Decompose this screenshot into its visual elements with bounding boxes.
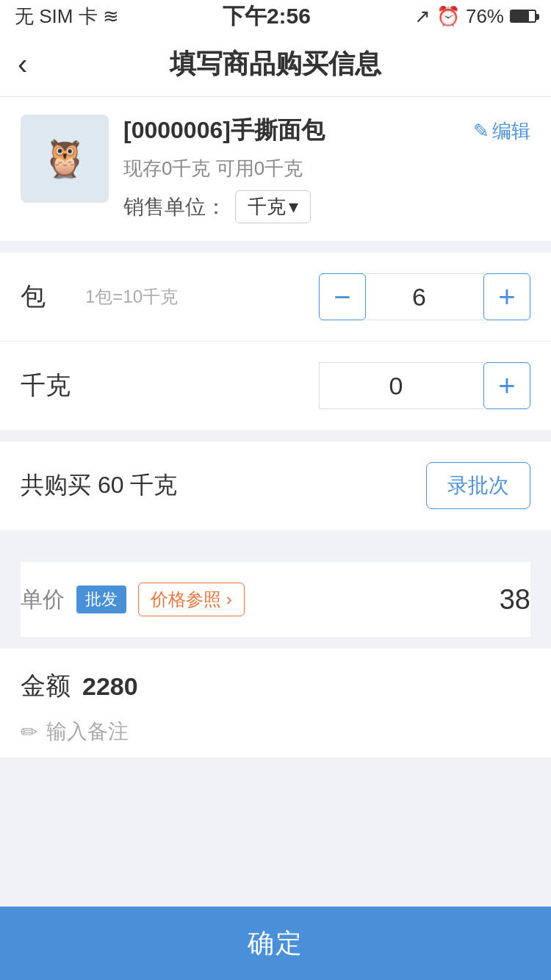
price-ref-button[interactable]: 价格参照 › xyxy=(138,583,245,616)
status-bar: 无 SIM 卡 ≋ 下午2:56 ↗ ⏰ 76% xyxy=(0,0,551,32)
amount-row: 金额 2280 xyxy=(21,669,530,703)
product-name-row: [0000006]手撕面包 ✎ 编辑 xyxy=(123,115,530,147)
back-button[interactable]: ‹ xyxy=(18,48,27,81)
remark-icon: ✏ xyxy=(21,720,37,744)
status-left: 无 SIM 卡 ≋ xyxy=(15,4,119,29)
total-label: 共购买 60 千克 xyxy=(21,469,177,502)
kilogram-controls: + xyxy=(319,362,530,409)
location-icon: ↗ xyxy=(414,5,431,28)
price-value: 38 xyxy=(500,584,530,616)
unit-dropdown-icon: ▾ xyxy=(289,195,298,218)
price-tag: 批发 xyxy=(76,586,126,613)
quantity-section: 包 1包=10千克 − + 千克 + xyxy=(0,253,551,430)
edit-button[interactable]: ✎ 编辑 xyxy=(473,118,530,144)
product-name: [0000006]手撕面包 xyxy=(123,115,325,147)
record-batch-button[interactable]: 录批次 xyxy=(426,462,530,509)
kilogram-plus-button[interactable]: + xyxy=(483,362,530,409)
sim-wifi-label: 无 SIM 卡 ≋ xyxy=(15,4,119,29)
status-right: ↗ ⏰ 76% xyxy=(414,5,536,28)
remark-row[interactable]: ✏ 输入备注 xyxy=(21,718,530,746)
status-time: 下午2:56 xyxy=(223,1,311,32)
nav-bar: ‹ 填写商品购买信息 xyxy=(0,32,551,97)
package-sublabel: 1包=10千克 xyxy=(85,285,178,309)
kilogram-input[interactable] xyxy=(319,362,483,409)
price-section: 单价 批发 价格参照 › 38 xyxy=(0,541,551,649)
product-card: 🦉 [0000006]手撕面包 ✎ 编辑 现存0千克 可用0千克 销售单位： 千… xyxy=(0,97,551,241)
battery-label: 76% xyxy=(466,5,504,28)
price-row: 单价 批发 价格参照 › 38 xyxy=(21,562,530,637)
package-label: 包 xyxy=(21,280,79,314)
alarm-icon: ⏰ xyxy=(436,5,460,28)
edit-icon: ✎ xyxy=(473,120,489,143)
remark-text: 输入备注 xyxy=(46,718,129,746)
amount-section: 金额 2280 ✏ 输入备注 xyxy=(0,649,551,757)
kilogram-label: 千克 xyxy=(21,369,79,403)
package-minus-button[interactable]: − xyxy=(319,273,366,320)
package-row: 包 1包=10千克 − + xyxy=(0,253,551,342)
battery-icon xyxy=(510,10,536,23)
unit-label: 销售单位： xyxy=(123,193,226,221)
total-row: 共购买 60 千克 录批次 xyxy=(0,442,551,530)
unit-select[interactable]: 千克 ▾ xyxy=(235,190,311,223)
edit-label: 编辑 xyxy=(492,118,530,144)
package-input[interactable] xyxy=(366,273,483,320)
amount-value: 2280 xyxy=(82,672,138,701)
unit-value: 千克 xyxy=(248,194,286,220)
confirm-button[interactable]: 确定 xyxy=(0,907,551,980)
price-label: 单价 xyxy=(21,585,65,615)
product-thumb-icon: 🦉 xyxy=(42,137,87,180)
product-thumbnail: 🦉 xyxy=(21,115,109,203)
page-title: 填写商品购买信息 xyxy=(170,46,381,82)
amount-label: 金额 xyxy=(21,669,71,703)
package-plus-button[interactable]: + xyxy=(483,273,530,320)
product-stock: 现存0千克 可用0千克 xyxy=(123,156,530,181)
package-controls: − + xyxy=(319,273,530,320)
main-content: 🦉 [0000006]手撕面包 ✎ 编辑 现存0千克 可用0千克 销售单位： 千… xyxy=(0,97,551,980)
product-info: [0000006]手撕面包 ✎ 编辑 现存0千克 可用0千克 销售单位： 千克 … xyxy=(123,115,530,223)
kilogram-row: 千克 + xyxy=(0,342,551,430)
product-unit-row: 销售单位： 千克 ▾ xyxy=(123,190,530,223)
